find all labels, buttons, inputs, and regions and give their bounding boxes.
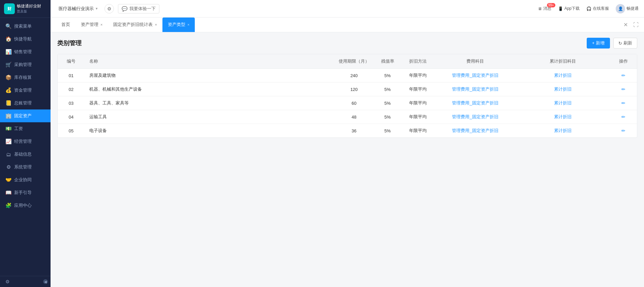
cell-expense-1: 管理费用_固定资产折旧 bbox=[435, 83, 516, 96]
table: 编号名称使用期限（月）残值率折旧方法费用科目累计折旧科目操作 01 房屋及建筑物… bbox=[58, 54, 637, 137]
cell-method-0: 年限平均 bbox=[401, 69, 435, 83]
sidebar-icon-guide: 📖 bbox=[5, 190, 11, 196]
cell-code-4: 05 bbox=[58, 124, 85, 138]
page-actions: + 新增 ↻ 刷新 bbox=[587, 38, 637, 49]
sidebar-icon-system: ⚙ bbox=[5, 164, 11, 170]
cell-action-2: ✏ bbox=[610, 96, 637, 110]
sidebar-item-enterprise[interactable]: 🤝 企业协同 bbox=[0, 173, 51, 186]
cell-method-4: 年限平均 bbox=[401, 124, 435, 138]
sidebar-label-search: 搜索菜单 bbox=[14, 23, 32, 29]
page-title: 类别管理 bbox=[57, 39, 82, 47]
sidebar-item-fixed-assets[interactable]: 🏢 固定资产 bbox=[0, 109, 51, 122]
sidebar-label-sales: 销售管理 bbox=[14, 49, 32, 55]
sidebar-item-ledger[interactable]: 📒 总账管理 bbox=[0, 97, 51, 109]
sidebar-item-sales[interactable]: 📊 销售管理 bbox=[0, 45, 51, 58]
th-method: 折旧方法 bbox=[401, 54, 435, 69]
module-settings-button[interactable]: ⚙ bbox=[104, 4, 114, 13]
app-download-icon: 📱 bbox=[558, 6, 563, 11]
user-name: 畅捷通 bbox=[626, 6, 639, 11]
th-period: 使用期限（月） bbox=[334, 54, 374, 69]
sidebar-item-funds[interactable]: 💰 资金管理 bbox=[0, 84, 51, 97]
edit-button-1[interactable]: ✏ bbox=[621, 87, 625, 92]
sidebar-item-app-center[interactable]: 🧩 应用中心 bbox=[0, 199, 51, 212]
sidebar-item-search[interactable]: 🔍 搜索菜单 bbox=[0, 20, 51, 33]
sidebar-icon-fixed-assets: 🏢 bbox=[5, 113, 11, 119]
app-download-button[interactable]: 📱 App下载 bbox=[558, 6, 580, 11]
module-selector[interactable]: 医疗器械行业演示 ▾ bbox=[56, 4, 100, 13]
add-button[interactable]: + 新增 bbox=[587, 38, 610, 49]
page-header: 类别管理 + 新增 ↻ 刷新 bbox=[57, 38, 637, 49]
refresh-icon: ↻ bbox=[618, 41, 622, 46]
sidebar-item-operations[interactable]: 📈 经营管理 bbox=[0, 135, 51, 148]
sidebar-label-funds: 资金管理 bbox=[14, 87, 32, 93]
tab-depreciation-report[interactable]: 固定资产折旧统计表 × bbox=[108, 18, 162, 32]
tab-home[interactable]: 首页 bbox=[56, 18, 75, 32]
cell-period-0: 240 bbox=[334, 69, 374, 83]
sidebar-label-purchase: 采购管理 bbox=[14, 62, 32, 68]
cell-code-2: 03 bbox=[58, 96, 85, 110]
tab-asset-mgmt[interactable]: 资产管理 × bbox=[75, 18, 108, 32]
sidebar-item-payroll[interactable]: 💵 工资 bbox=[0, 122, 51, 135]
main-area: 医疗器械行业演示 ▾ ⚙ 💬 我要体验一下 🖥 消息 99+ 📱 App下载 🎧… bbox=[51, 0, 644, 287]
cell-name-4: 电子设备 bbox=[85, 124, 334, 138]
online-service-button[interactable]: 🎧 在线客服 bbox=[586, 6, 609, 11]
th-rate: 残值率 bbox=[374, 54, 401, 69]
message-button[interactable]: 🖥 消息 99+ bbox=[538, 6, 551, 11]
table-row: 04 运输工具 48 5% 年限平均 管理费用_固定资产折旧 累计折旧 ✏ bbox=[58, 110, 637, 124]
app-logo-icon: 财 bbox=[4, 3, 15, 14]
tab-asset-type[interactable]: 资产类型 × bbox=[162, 18, 195, 32]
sidebar-icon-inventory: 📦 bbox=[5, 74, 11, 81]
sidebar-icon-enterprise: 🤝 bbox=[5, 177, 11, 183]
module-chevron-icon: ▾ bbox=[96, 6, 98, 11]
sidebar-item-guide[interactable]: 📖 新手引导 bbox=[0, 186, 51, 199]
tab-close-asset-type[interactable]: × bbox=[187, 23, 189, 27]
cell-method-2: 年限平均 bbox=[401, 96, 435, 110]
cell-accum-2: 累计折旧 bbox=[516, 96, 610, 110]
sidebar-settings-icon[interactable]: ⚙ bbox=[5, 279, 10, 284]
sidebar-icon-app-center: 🧩 bbox=[5, 202, 11, 209]
sidebar-item-system[interactable]: ⚙ 系统管理 bbox=[0, 161, 51, 173]
sidebar-item-quick-nav[interactable]: 🏠 快捷导航 bbox=[0, 33, 51, 45]
cell-name-3: 运输工具 bbox=[85, 110, 334, 124]
sidebar-item-basic-info[interactable]: 🗂 基础信息 bbox=[0, 148, 51, 161]
cell-accum-4: 累计折旧 bbox=[516, 124, 610, 138]
topbar: 医疗器械行业演示 ▾ ⚙ 💬 我要体验一下 🖥 消息 99+ 📱 App下载 🎧… bbox=[51, 0, 644, 18]
experience-button[interactable]: 💬 我要体验一下 bbox=[118, 4, 159, 13]
user-avatar: 👤 bbox=[616, 4, 625, 13]
cell-rate-3: 5% bbox=[374, 110, 401, 124]
sidebar-nav: 🔍 搜索菜单 🏠 快捷导航 📊 销售管理 🛒 采购管理 📦 库存核算 💰 资金管… bbox=[0, 18, 51, 276]
category-table: 编号名称使用期限（月）残值率折旧方法费用科目累计折旧科目操作 01 房屋及建筑物… bbox=[57, 54, 637, 138]
edit-button-4[interactable]: ✏ bbox=[621, 128, 625, 133]
tab-close-asset-mgmt[interactable]: × bbox=[100, 23, 102, 27]
table-row: 03 器具、工具、家具等 60 5% 年限平均 管理费用_固定资产折旧 累计折旧… bbox=[58, 96, 637, 110]
refresh-button[interactable]: ↻ 刷新 bbox=[613, 38, 637, 49]
th-accum: 累计折旧科目 bbox=[516, 54, 610, 69]
tab-close-depreciation-report[interactable]: × bbox=[155, 23, 157, 27]
cell-expense-3: 管理费用_固定资产折旧 bbox=[435, 110, 516, 124]
cell-name-2: 器具、工具、家具等 bbox=[85, 96, 334, 110]
user-button[interactable]: 👤 畅捷通 bbox=[616, 4, 639, 13]
cell-action-1: ✏ bbox=[610, 83, 637, 96]
content-area: 类别管理 + 新增 ↻ 刷新 编号名称使用期限（月）残值率折旧方法费用科目累计折… bbox=[51, 32, 644, 287]
cell-action-3: ✏ bbox=[610, 110, 637, 124]
edit-button-0[interactable]: ✏ bbox=[621, 73, 625, 78]
sidebar-icon-operations: 📈 bbox=[5, 138, 11, 145]
sidebar-item-purchase[interactable]: 🛒 采购管理 bbox=[0, 58, 51, 71]
edit-button-3[interactable]: ✏ bbox=[621, 114, 625, 120]
sidebar-label-quick-nav: 快捷导航 bbox=[14, 36, 32, 42]
sidebar-icon-sales: 📊 bbox=[5, 49, 11, 55]
edit-button-2[interactable]: ✏ bbox=[621, 100, 625, 106]
cell-rate-4: 5% bbox=[374, 124, 401, 138]
sidebar-item-inventory[interactable]: 📦 库存核算 bbox=[0, 71, 51, 84]
tabs-controls: ✕ ⛶ bbox=[622, 18, 644, 32]
sidebar-bottom: ⚙ ◀ bbox=[0, 276, 51, 287]
sidebar-icon-payroll: 💵 bbox=[5, 126, 11, 132]
cell-method-3: 年限平均 bbox=[401, 110, 435, 124]
sidebar-collapse-button[interactable]: ◀ bbox=[43, 279, 48, 284]
sidebar-label-app-center: 应用中心 bbox=[14, 202, 32, 209]
expand-tab-button[interactable]: ⛶ bbox=[632, 21, 640, 29]
cell-rate-1: 5% bbox=[374, 83, 401, 96]
message-badge: 99+ bbox=[547, 3, 555, 7]
close-tab-button[interactable]: ✕ bbox=[622, 20, 629, 29]
tab-label-asset-type: 资产类型 bbox=[168, 22, 185, 28]
